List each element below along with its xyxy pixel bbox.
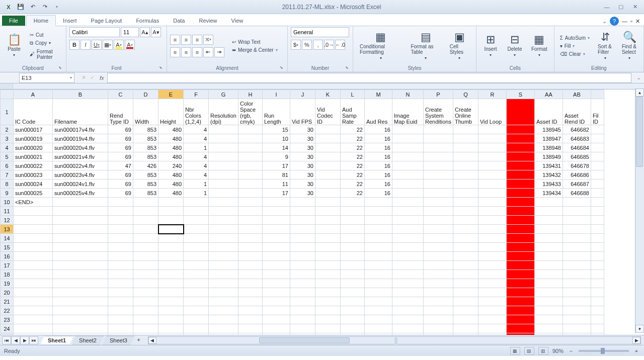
data-cell[interactable] xyxy=(53,207,108,216)
data-cell[interactable] xyxy=(340,261,364,270)
data-cell[interactable] xyxy=(14,225,53,234)
delete-cells-button[interactable]: ⊟Delete▾ xyxy=(504,33,526,59)
data-cell[interactable] xyxy=(562,306,591,315)
data-cell[interactable] xyxy=(290,288,315,297)
data-cell[interactable] xyxy=(423,179,453,189)
data-cell[interactable] xyxy=(290,324,315,333)
data-cell[interactable] xyxy=(315,288,340,297)
shrink-font-button[interactable]: A▾ xyxy=(151,27,161,37)
data-cell[interactable]: 15 xyxy=(262,125,290,134)
data-cell[interactable] xyxy=(534,333,562,335)
data-cell[interactable] xyxy=(108,252,133,261)
data-cell[interactable] xyxy=(184,207,209,216)
data-cell[interactable]: 16 xyxy=(364,179,392,189)
row-header[interactable]: 4 xyxy=(1,143,14,152)
column-header[interactable] xyxy=(591,90,604,99)
data-cell[interactable] xyxy=(453,152,478,161)
data-cell[interactable] xyxy=(478,134,506,143)
row-header[interactable]: 19 xyxy=(1,279,14,288)
data-cell[interactable] xyxy=(262,297,290,306)
data-cell[interactable] xyxy=(340,297,364,306)
data-cell[interactable] xyxy=(453,243,478,252)
data-cell[interactable] xyxy=(423,125,453,134)
select-all-corner[interactable] xyxy=(1,90,14,99)
data-cell[interactable] xyxy=(209,189,238,198)
data-cell[interactable] xyxy=(506,243,534,252)
data-cell[interactable] xyxy=(423,170,453,179)
data-cell[interactable] xyxy=(108,234,133,243)
data-cell[interactable]: 646687 xyxy=(562,179,591,189)
font-size-select[interactable] xyxy=(121,27,139,37)
data-cell[interactable] xyxy=(340,270,364,279)
data-cell[interactable] xyxy=(262,225,290,234)
data-cell[interactable]: 4 xyxy=(184,161,209,170)
data-cell[interactable] xyxy=(238,179,262,189)
data-cell[interactable] xyxy=(315,324,340,333)
cancel-fn-icon[interactable]: ✕ xyxy=(79,74,88,81)
data-cell[interactable] xyxy=(340,198,364,207)
header-cell[interactable]: Vid Loop xyxy=(478,99,506,125)
data-cell[interactable] xyxy=(506,252,534,261)
data-cell[interactable] xyxy=(133,315,158,324)
data-cell[interactable] xyxy=(364,198,392,207)
data-cell[interactable] xyxy=(423,270,453,279)
row-header[interactable]: 5 xyxy=(1,152,14,161)
data-cell[interactable] xyxy=(133,198,158,207)
data-cell[interactable] xyxy=(591,261,604,270)
data-cell[interactable] xyxy=(53,270,108,279)
data-cell[interactable] xyxy=(506,161,534,170)
data-cell[interactable] xyxy=(14,288,53,297)
data-cell[interactable] xyxy=(133,261,158,270)
data-cell[interactable] xyxy=(562,225,591,234)
data-cell[interactable] xyxy=(108,261,133,270)
data-cell[interactable]: 646685 xyxy=(562,152,591,161)
data-cell[interactable] xyxy=(506,225,534,234)
tab-view[interactable]: View xyxy=(224,16,251,26)
data-cell[interactable] xyxy=(478,170,506,179)
data-cell[interactable]: sun000025 xyxy=(14,189,53,198)
data-cell[interactable] xyxy=(158,252,184,261)
row-header[interactable]: 21 xyxy=(1,297,14,306)
data-cell[interactable] xyxy=(506,207,534,216)
tab-insert[interactable]: Insert xyxy=(56,16,84,26)
data-cell[interactable] xyxy=(423,189,453,198)
data-cell[interactable] xyxy=(14,243,53,252)
data-cell[interactable] xyxy=(53,324,108,333)
data-cell[interactable] xyxy=(158,315,184,324)
header-cell[interactable]: Height xyxy=(158,99,184,125)
data-cell[interactable] xyxy=(290,198,315,207)
tab-data[interactable]: Data xyxy=(166,16,192,26)
data-cell[interactable]: 480 xyxy=(158,189,184,198)
data-cell[interactable] xyxy=(392,143,423,152)
data-cell[interactable] xyxy=(423,333,453,335)
column-header[interactable]: K xyxy=(315,90,340,99)
data-cell[interactable]: 30 xyxy=(290,152,315,161)
data-cell[interactable] xyxy=(340,216,364,225)
data-cell[interactable] xyxy=(262,306,290,315)
data-cell[interactable] xyxy=(158,324,184,333)
data-cell[interactable] xyxy=(184,324,209,333)
workbook-min-icon[interactable]: — xyxy=(622,18,627,24)
data-cell[interactable] xyxy=(315,306,340,315)
data-cell[interactable] xyxy=(478,152,506,161)
data-cell[interactable] xyxy=(340,243,364,252)
column-header[interactable]: R xyxy=(478,90,506,99)
data-cell[interactable] xyxy=(423,234,453,243)
data-cell[interactable] xyxy=(423,225,453,234)
data-cell[interactable] xyxy=(392,198,423,207)
data-cell[interactable]: 853 xyxy=(133,170,158,179)
data-cell[interactable] xyxy=(184,216,209,225)
data-cell[interactable] xyxy=(315,234,340,243)
redo-button[interactable]: ↷ xyxy=(39,2,50,13)
data-cell[interactable] xyxy=(506,270,534,279)
data-cell[interactable] xyxy=(392,243,423,252)
data-cell[interactable] xyxy=(290,333,315,335)
data-cell[interactable] xyxy=(364,207,392,216)
data-cell[interactable] xyxy=(453,315,478,324)
data-cell[interactable] xyxy=(591,207,604,216)
data-cell[interactable]: 139433 xyxy=(534,179,562,189)
data-cell[interactable] xyxy=(262,216,290,225)
data-cell[interactable]: sun000019 xyxy=(14,134,53,143)
data-cell[interactable] xyxy=(562,252,591,261)
data-cell[interactable] xyxy=(108,288,133,297)
